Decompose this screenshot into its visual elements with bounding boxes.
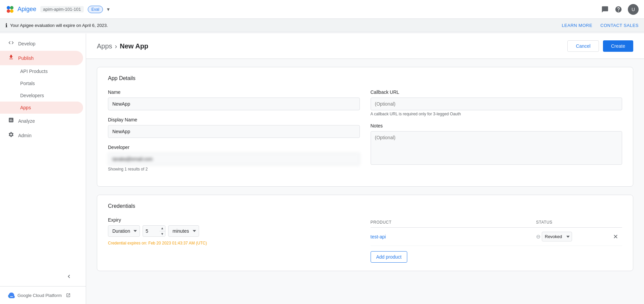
sidebar-item-portals[interactable]: Portals bbox=[0, 77, 83, 89]
banner-info-icon: ℹ bbox=[5, 22, 7, 29]
sidebar-item-api-products[interactable]: API Products bbox=[0, 65, 83, 77]
sidebar: Develop Publish API Products Portals Dev… bbox=[0, 34, 86, 304]
callback-url-hint: A callback URL is required only for 3-le… bbox=[371, 112, 622, 116]
app-details-right-col: Callback URL A callback URL is required … bbox=[371, 89, 622, 178]
duration-decrement-button[interactable]: ▼ bbox=[159, 231, 165, 237]
gcp-icon bbox=[8, 292, 15, 299]
svg-point-0 bbox=[7, 6, 10, 9]
notes-group: Notes bbox=[371, 123, 622, 166]
app-details-section: App Details Name Display Name De bbox=[97, 67, 633, 187]
app-details-left-col: Name Display Name Developer Showing 1 re… bbox=[108, 89, 360, 178]
status-select[interactable]: Revoked Approved bbox=[542, 232, 572, 241]
analyze-icon bbox=[8, 117, 14, 125]
collapse-sidebar-button[interactable] bbox=[58, 268, 80, 285]
contact-sales-link[interactable]: CONTACT SALES bbox=[600, 23, 639, 28]
banner-message: ℹ Your Apigee evaluation will expire on … bbox=[5, 22, 108, 29]
credentials-grid: Expiry Duration Never Custom bbox=[108, 217, 622, 263]
top-nav: Apigee apim-apim-101-101 Eval ▾ U bbox=[0, 0, 644, 19]
sidebar-section-main: Develop Publish API Products Portals Dev… bbox=[0, 34, 86, 145]
product-table-header: Product Status bbox=[371, 217, 622, 228]
unit-select[interactable]: minutes hours days bbox=[168, 225, 199, 237]
display-name-group: Display Name bbox=[108, 117, 360, 138]
app-details-title: App Details bbox=[108, 75, 622, 81]
eval-banner: ℹ Your Apigee evaluation will expire on … bbox=[0, 19, 644, 32]
sidebar-item-apps[interactable]: Apps bbox=[0, 102, 83, 114]
product-col: Product Status test-api ⊖ Revoked Approv… bbox=[371, 217, 622, 263]
table-row: test-api ⊖ Revoked Approved ✕ bbox=[371, 228, 622, 246]
feedback-icon[interactable] bbox=[601, 5, 609, 13]
duration-spinners: ▲ ▼ bbox=[159, 225, 165, 237]
status-select-wrap: ⊖ Revoked Approved bbox=[536, 232, 603, 241]
callback-url-input[interactable] bbox=[371, 98, 622, 110]
developer-input[interactable] bbox=[108, 153, 360, 165]
duration-increment-button[interactable]: ▲ bbox=[159, 226, 165, 231]
svg-point-3 bbox=[10, 9, 13, 13]
header-actions: Cancel Create bbox=[567, 40, 633, 52]
duration-select-wrap: Duration Never Custom bbox=[108, 225, 140, 237]
credentials-title: Credentials bbox=[108, 203, 622, 209]
credential-warning: Credential expires on: Feb 20 2023 01:43… bbox=[108, 241, 360, 245]
form-container: App Details Name Display Name De bbox=[86, 59, 644, 287]
apigee-logo-icon bbox=[5, 5, 15, 14]
display-name-label: Display Name bbox=[108, 117, 360, 122]
notes-textarea[interactable] bbox=[371, 131, 622, 165]
sidebar-analyze-label: Analyze bbox=[18, 118, 35, 124]
page-header: Apps › New App Cancel Create bbox=[86, 34, 644, 59]
breadcrumb-separator: › bbox=[115, 42, 117, 50]
name-label: Name bbox=[108, 89, 360, 95]
eval-dropdown-arrow[interactable]: ▾ bbox=[107, 6, 110, 12]
app-title: Apigee bbox=[17, 6, 36, 13]
page-title: New App bbox=[120, 42, 148, 50]
sidebar-api-products-label: API Products bbox=[20, 69, 48, 74]
add-product-button[interactable]: Add product bbox=[371, 251, 408, 263]
breadcrumb: Apps › New App bbox=[97, 42, 148, 50]
help-icon[interactable] bbox=[614, 5, 622, 13]
create-button[interactable]: Create bbox=[603, 40, 633, 52]
callback-url-group: Callback URL A callback URL is required … bbox=[371, 89, 622, 116]
svg-point-1 bbox=[10, 6, 13, 9]
duration-select[interactable]: Duration Never Custom bbox=[108, 225, 140, 237]
sidebar-developers-label: Developers bbox=[20, 93, 44, 98]
developer-label: Developer bbox=[108, 145, 360, 150]
expiry-label: Expiry bbox=[108, 217, 360, 223]
eval-badge: Eval bbox=[88, 6, 103, 13]
credentials-section: Credentials Expiry Duration Never Custom bbox=[97, 195, 633, 271]
banner-actions: LEARN MORE CONTACT SALES bbox=[562, 23, 639, 28]
collapse-section bbox=[0, 265, 86, 288]
user-avatar[interactable]: U bbox=[628, 4, 639, 15]
name-group: Name bbox=[108, 89, 360, 110]
sidebar-item-publish[interactable]: Publish bbox=[0, 51, 83, 65]
name-input[interactable] bbox=[108, 98, 360, 110]
main-content: Apps › New App Cancel Create App Details… bbox=[86, 34, 644, 304]
gcp-label: Google Cloud Platform bbox=[17, 293, 62, 298]
product-col-header: Product bbox=[371, 220, 531, 225]
remove-product-button[interactable]: ✕ bbox=[609, 233, 622, 240]
sidebar-item-admin[interactable]: Admin bbox=[0, 128, 83, 143]
cancel-button[interactable]: Cancel bbox=[567, 40, 599, 52]
duration-number-input[interactable] bbox=[143, 225, 159, 237]
status-revoked-icon: ⊖ bbox=[536, 233, 540, 240]
sidebar-portals-label: Portals bbox=[20, 81, 35, 86]
publish-icon bbox=[8, 54, 14, 62]
display-name-input[interactable] bbox=[108, 125, 360, 138]
sidebar-item-developers[interactable]: Developers bbox=[0, 89, 83, 102]
app-details-grid: Name Display Name Developer Showing 1 re… bbox=[108, 89, 622, 178]
develop-icon bbox=[8, 40, 14, 47]
gcp-footer[interactable]: Google Cloud Platform bbox=[0, 286, 86, 304]
org-name: apim-apim-101-101 bbox=[40, 6, 84, 12]
layout: Develop Publish API Products Portals Dev… bbox=[0, 34, 644, 304]
apigee-logo: Apigee bbox=[5, 5, 36, 14]
sidebar-item-develop[interactable]: Develop bbox=[0, 36, 83, 51]
top-nav-right: U bbox=[601, 4, 639, 15]
unit-select-wrap: minutes hours days bbox=[168, 225, 199, 237]
sidebar-item-analyze[interactable]: Analyze bbox=[0, 114, 83, 128]
sidebar-apps-label: Apps bbox=[20, 105, 31, 110]
showing-results: Showing 1 results of 2 bbox=[108, 167, 360, 172]
learn-more-link[interactable]: LEARN MORE bbox=[562, 23, 592, 28]
action-col-header bbox=[609, 220, 622, 225]
product-link[interactable]: test-api bbox=[371, 234, 531, 239]
banner-text: Your Apigee evaluation will expire on Ap… bbox=[10, 23, 108, 28]
sidebar-develop-label: Develop bbox=[18, 41, 35, 46]
expiry-col: Expiry Duration Never Custom bbox=[108, 217, 360, 263]
breadcrumb-apps-link[interactable]: Apps bbox=[97, 42, 112, 50]
